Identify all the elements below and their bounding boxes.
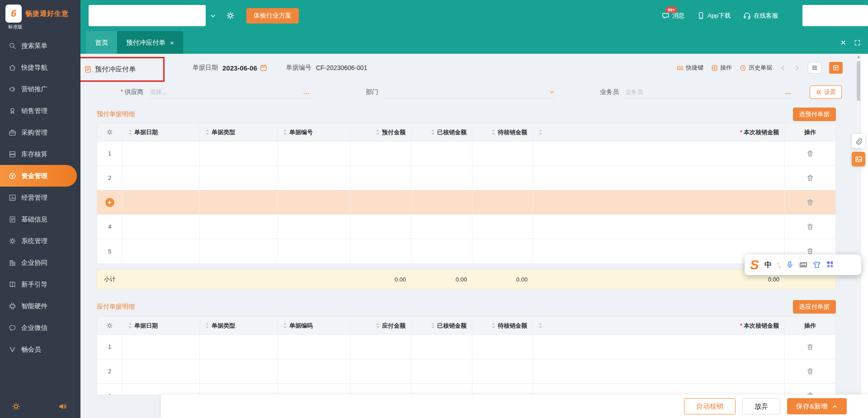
table-cell[interactable] [200,141,278,165]
table-cell[interactable] [411,384,472,395]
sidebar-item-wecom[interactable]: 企业微信 [0,317,80,338]
table-cell[interactable] [351,166,411,190]
sort-icon[interactable] [205,129,209,135]
delete-row-icon[interactable] [807,343,814,351]
scroll-up-icon[interactable]: ▲ [857,54,860,60]
sidebar-item-marketing[interactable]: 营销推广 [0,78,80,100]
table-cell[interactable] [123,190,200,214]
sidebar-item-funds[interactable]: 资金管理 [0,165,77,187]
sidebar-item-hardware[interactable]: 智能硬件 [0,295,80,317]
sort-icon[interactable] [538,129,542,135]
table-cell[interactable] [278,215,351,239]
table-cell[interactable] [351,215,411,239]
table-cell[interactable] [278,359,351,383]
table-cell[interactable] [123,359,200,383]
delete-row-icon[interactable] [807,248,814,255]
table-cell[interactable] [200,215,278,239]
sort-icon[interactable] [205,323,209,329]
table-cell[interactable] [411,359,472,383]
column-settings-icon[interactable] [106,129,113,136]
calendar-icon[interactable] [260,64,267,71]
table-cell[interactable] [533,215,785,239]
table-cell[interactable] [278,239,351,263]
table-cell[interactable] [123,239,200,263]
app-download-button[interactable]: App下载 [697,12,731,20]
auto-writeoff-button[interactable]: 自动核销 [684,398,736,414]
table-cell[interactable] [411,239,472,263]
table-row[interactable]: 5 [97,239,835,263]
table-cell[interactable] [200,335,278,359]
table-cell[interactable] [411,335,472,359]
column-header[interactable]: 已核销金额 [411,317,472,334]
delete-row-icon[interactable] [807,368,814,375]
sidebar-item-member[interactable]: 畅会员 [0,338,80,360]
table-cell[interactable] [278,141,351,165]
table-row[interactable]: + [97,190,835,215]
table-cell[interactable] [472,166,533,190]
sidebar-item-system[interactable]: 系统管理 [0,230,80,252]
table-row[interactable]: 1 [97,141,835,166]
supplier-input[interactable] [149,88,302,96]
gear-icon[interactable] [12,402,20,411]
ime-mode-chinese[interactable]: 中 [764,260,772,270]
close-icon[interactable]: × [840,38,846,47]
date-value[interactable]: 2023-06-06 [222,64,257,72]
table-cell[interactable] [351,141,411,165]
table-cell[interactable] [351,359,411,383]
table-cell[interactable] [533,141,785,165]
table-cell[interactable] [472,141,533,165]
table-cell[interactable] [411,141,472,165]
supplier-more-button[interactable]: ... [302,89,311,95]
table-cell[interactable] [411,215,472,239]
table-cell[interactable] [278,335,351,359]
sidebar-item-guide[interactable]: 新手引导 [0,273,80,295]
table-cell[interactable] [533,359,785,383]
vertical-scrollbar[interactable]: ▲ ▼ [856,54,861,418]
sort-icon[interactable] [491,129,495,135]
column-header[interactable]: 待核销金额 [472,317,533,334]
table-cell[interactable] [123,141,200,165]
chevron-down-icon[interactable] [549,89,555,95]
table-row[interactable]: 1 [97,335,835,359]
next-doc-icon[interactable] [794,65,800,71]
table-cell[interactable] [200,166,278,190]
apps-grid-icon[interactable] [826,261,835,269]
operations-button[interactable]: 操作 [711,64,732,72]
column-header[interactable]: 已核销金额 [411,123,472,141]
table-cell[interactable] [411,190,472,214]
sidebar-item-collaboration[interactable]: 企业协同 [0,252,80,273]
table-cell[interactable] [351,384,411,395]
column-header[interactable]: 单据类型 [200,123,278,141]
sort-icon[interactable] [128,129,132,135]
column-header[interactable]: 单据编码 [278,317,351,334]
tab-home[interactable]: 首页 [86,31,117,54]
sort-icon[interactable] [376,129,380,135]
table-cell[interactable] [472,239,533,263]
shortcut-keys-button[interactable]: 快捷键 [677,64,703,72]
settings-button[interactable]: 设置 [810,85,842,99]
sidebar-item-search[interactable]: 搜索菜单 [0,35,80,56]
save-and-new-button[interactable]: 保存&新增 [787,398,847,414]
table-cell[interactable] [123,384,200,395]
speaker-icon[interactable] [58,402,67,411]
sogou-logo[interactable]: S [750,258,759,272]
table-row[interactable]: 2 [97,359,835,384]
scrollbar-thumb[interactable] [857,61,860,101]
trial-plan-button[interactable]: 体验行业方案 [246,8,299,23]
shirt-icon[interactable] [813,261,821,269]
column-header[interactable]: 应付金额 [351,317,411,334]
image-tool-button[interactable] [852,152,865,166]
ime-punctuation[interactable]: ’, [777,262,780,268]
prev-doc-icon[interactable] [780,65,786,71]
column-header[interactable]: 单据编号 [278,123,351,141]
table-cell[interactable] [351,239,411,263]
sidebar-item-quick-nav[interactable]: 快捷导航 [0,56,80,78]
discard-button[interactable]: 放弃 [742,398,780,414]
table-cell[interactable] [278,166,351,190]
table-cell[interactable] [278,190,351,214]
table-cell[interactable] [472,215,533,239]
column-settings-icon[interactable] [106,322,113,329]
sidebar-item-operation[interactable]: 经营管理 [0,187,80,208]
table-cell[interactable] [123,335,200,359]
history-docs-button[interactable]: 历史单据 [740,64,772,72]
